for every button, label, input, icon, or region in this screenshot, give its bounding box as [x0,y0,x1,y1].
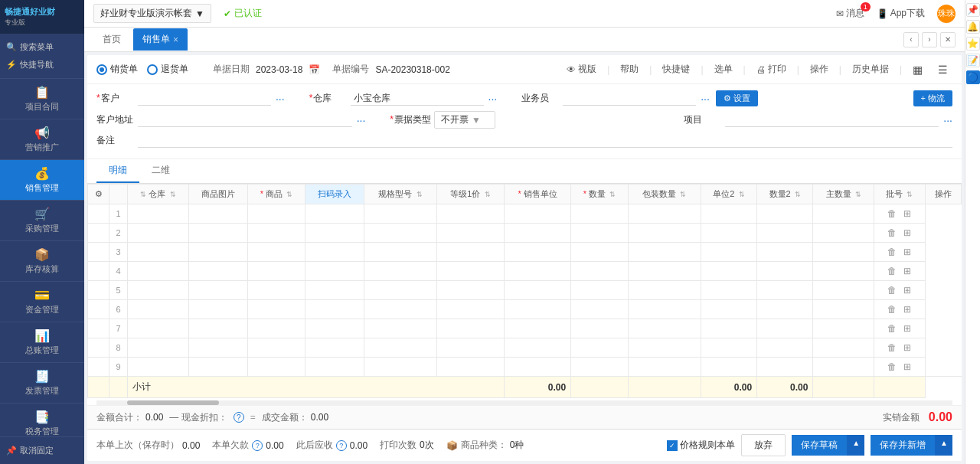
th-sale-unit[interactable]: * 销售单位 [505,185,571,204]
th-batch[interactable]: 批号 ⇅ [874,185,925,204]
sidebar-item-accounting[interactable]: 📊 总账管理 [0,322,84,363]
address-input[interactable] [138,113,352,127]
copy-row-btn[interactable]: ⊞ [901,227,913,239]
th-product[interactable]: * 商品 ⇅ [248,185,305,204]
calendar-icon[interactable]: 📅 [309,64,320,75]
right-icon-4[interactable]: 📝 [966,54,980,67]
th-batch-import[interactable]: 扫码录入 [305,185,364,204]
actions-btn[interactable]: 操作 [805,61,833,77]
copy-row-btn[interactable]: ⊞ [901,284,913,296]
radio-sale[interactable]: 销货单 [96,63,138,76]
delete-row-btn[interactable]: 🗑 [886,227,898,239]
help-icon2[interactable]: ? [336,440,347,451]
app-download-btn[interactable]: 📱 App下载 [877,7,925,20]
delete-row-btn[interactable]: 🗑 [886,303,898,315]
radio-return[interactable]: 退货单 [147,63,188,76]
project-picker-btn[interactable]: ··· [943,114,952,126]
right-icon-3[interactable]: ⭐ [966,37,980,51]
list-view-btn[interactable]: ☰ [933,62,952,77]
sidebar-item-project[interactable]: 📋 项目合同 [0,79,84,119]
right-icon-2[interactable]: 🔔 [966,20,980,34]
discount-help-btn[interactable]: ? [234,412,244,423]
delete-row-btn[interactable]: 🗑 [886,284,898,296]
sidebar-item-invoice[interactable]: 🧾 发票管理 [0,363,84,404]
th-warehouse[interactable]: ⇅ 仓库 ⇅ [128,185,189,204]
sidebar-item-purchase[interactable]: 🛒 采购管理 [0,201,84,241]
customer-picker-btn[interactable]: ··· [276,93,285,105]
copy-row-btn[interactable]: ⊞ [901,303,913,315]
sidebar-item-sales[interactable]: 💰 销售管理 [0,160,84,201]
tab-next-btn[interactable]: › [922,32,937,47]
product-types-info: 📦 商品种类： 0种 [446,439,524,452]
sidebar-item-tax[interactable]: 📑 税务管理 [0,404,84,436]
copy-row-btn[interactable]: ⊞ [901,322,913,335]
sidebar-item-inventory[interactable]: 📦 库存核算 [0,241,84,282]
search-menu-item[interactable]: 🔍 搜索菜单 [6,38,78,56]
address-picker-btn[interactable]: ··· [357,114,366,126]
cancel-pin-item[interactable]: 📌 取消固定 [6,442,78,459]
th-unit2[interactable]: 单位2 ⇅ [701,185,756,204]
th-quantity[interactable]: * 数量 ⇅ [571,185,629,204]
save-draft-main-btn[interactable]: 保存草稿 [792,435,847,456]
company-selector[interactable]: 好业财专业版演示帐套 ▼ [93,4,211,23]
save-new-main-btn[interactable]: 保存并新增 [871,435,935,456]
th-qty2[interactable]: 数量2 ⇅ [757,185,813,204]
form-meta: 单据日期 2023-03-18 📅 单据编号 SA-20230318-002 [213,63,450,76]
save-draft-arrow-btn[interactable]: ▲ [847,435,864,456]
view-btn[interactable]: 👁 视版 [562,61,601,77]
tab-detail[interactable]: 明细 [96,159,139,183]
copy-row-btn[interactable]: ⊞ [901,341,913,354]
sidebar-item-capital[interactable]: 💳 资金管理 [0,282,84,322]
tab-two-d[interactable]: 二维 [139,159,182,183]
history-btn[interactable]: 历史单据 [848,61,893,77]
help-btn[interactable]: 帮助 [616,61,643,77]
scroll-thumb[interactable] [127,400,219,405]
delete-row-btn[interactable]: 🗑 [886,246,898,258]
tab-close-all-btn[interactable]: ✕ [940,32,956,47]
shortcut-btn[interactable]: 快捷键 [658,61,694,77]
th-main-qty[interactable]: 主数量 ⇅ [813,185,874,204]
copy-row-btn[interactable]: ⊞ [901,207,913,220]
th-spec[interactable]: 规格型号 ⇅ [364,185,437,204]
price-policy-checkbox[interactable]: ✓ 价格规则本单 [667,439,735,452]
copy-row-btn[interactable]: ⊞ [901,265,913,277]
delete-row-btn[interactable]: 🗑 [886,322,898,335]
right-icon-5[interactable]: 🔵 [966,70,980,84]
copy-row-btn[interactable]: ⊞ [901,361,913,373]
th-grade-price[interactable]: 等级1价 ⇅ [436,185,504,204]
user-avatar[interactable]: 珠珠 [937,5,956,23]
copy-row-btn[interactable]: ⊞ [901,246,913,258]
right-icon-1[interactable]: 📌 [966,3,980,17]
note-input[interactable] [138,133,952,148]
add-goods-btn[interactable]: + 物流 [913,90,952,106]
th-pack-qty[interactable]: 包装数量 ⇅ [629,185,701,204]
print-btn[interactable]: 🖨 打印 [752,61,791,77]
tab-home[interactable]: 首页 [93,28,130,51]
tab-prev-btn[interactable]: ‹ [903,32,919,47]
quick-nav-item[interactable]: ⚡ 快捷导航 [6,56,78,74]
grid-view-btn[interactable]: ▦ [908,62,927,77]
setup-btn[interactable]: ⚙ 设置 [716,90,758,106]
delete-row-btn[interactable]: 🗑 [886,265,898,277]
horizontal-scrollbar[interactable] [96,400,952,405]
project-input[interactable] [725,113,939,127]
ticket-select[interactable]: 不开票 ▼ [434,111,495,129]
salesperson-picker-btn[interactable]: ··· [701,93,710,105]
delete-row-btn[interactable]: 🗑 [886,207,898,220]
th-product-img[interactable]: 商品图片 [188,185,247,204]
help-icon[interactable]: ? [252,440,263,451]
customer-input[interactable] [138,91,271,106]
delete-row-btn[interactable]: 🗑 [886,341,898,354]
message-btn[interactable]: ✉ 1 消息 [836,7,864,20]
sidebar-item-marketing[interactable]: 📢 营销推广 [0,119,84,160]
select-btn[interactable]: 选单 [710,61,737,77]
table-settings-col[interactable]: ⚙ [88,185,109,204]
tab-sale[interactable]: 销售单 × [133,28,188,51]
warehouse-picker-btn[interactable]: ··· [488,93,498,105]
save-new-arrow-btn[interactable]: ▲ [935,435,952,456]
salesperson-input[interactable] [563,91,696,106]
abandon-btn[interactable]: 放弃 [741,434,786,456]
warehouse-input[interactable] [351,91,484,106]
tab-close-btn[interactable]: × [173,34,178,45]
delete-row-btn[interactable]: 🗑 [886,361,898,373]
